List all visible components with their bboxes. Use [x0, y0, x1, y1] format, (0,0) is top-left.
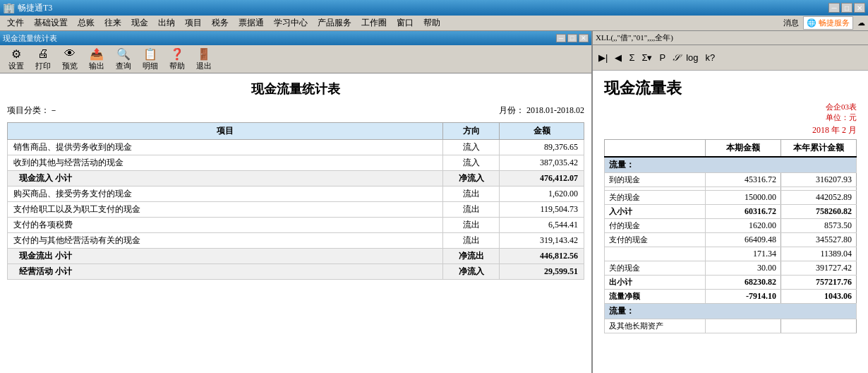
- rc-table-row: 流量：: [605, 304, 857, 319]
- inner-close[interactable]: ✕: [579, 34, 589, 42]
- query-icon: 🔍: [115, 47, 132, 61]
- menu-voucher[interactable]: 票据通: [234, 16, 268, 30]
- rc-row-ytd: 316207.93: [780, 173, 856, 187]
- rc-table-row: 关的现金15000.00442052.89: [605, 191, 857, 205]
- row-item: 现金流出 小计: [8, 249, 443, 264]
- rc-row-ytd: 11389.04: [780, 247, 856, 261]
- inner-maximize[interactable]: □: [567, 34, 577, 42]
- app-layout: 现金流量统计表 ─ □ ✕ ⚙ 设置 🖨 打印 👁 预览 📤: [0, 31, 868, 373]
- rc-table-row: 171.3411389.04: [605, 247, 857, 261]
- detail-label: 明细: [143, 61, 158, 71]
- online-status: 消息: [783, 18, 799, 28]
- rtool-kq[interactable]: k?: [703, 51, 718, 64]
- rc-table-row: 流量净额-7914.101043.06: [605, 290, 857, 304]
- row-amount: 89,376.65: [500, 140, 584, 155]
- rc-row-ytd: 757217.76: [780, 276, 856, 290]
- preview-label: 预览: [62, 61, 78, 71]
- row-dir: 流出: [443, 218, 500, 233]
- menu-window[interactable]: 窗口: [392, 16, 418, 30]
- table-row: 现金流出 小计净流出446,812.56: [8, 249, 584, 264]
- rtool-back[interactable]: ◀: [612, 51, 625, 64]
- service-link[interactable]: 🌐 畅捷服务: [803, 16, 853, 30]
- toolbar-query[interactable]: 🔍 查询: [113, 47, 134, 71]
- menu-help[interactable]: 帮助: [419, 16, 445, 30]
- rtool-log[interactable]: log: [683, 51, 701, 64]
- menu-tax[interactable]: 税务: [207, 16, 233, 30]
- rc-row-ytd: 442052.89: [780, 191, 856, 205]
- table-row: 支付的与其他经营活动有关的现金流出319,143.42: [8, 233, 584, 249]
- toolbar-detail[interactable]: 📋 明细: [140, 47, 161, 71]
- app-icon: 🏢: [3, 2, 15, 14]
- toolbar-preview[interactable]: 👁 预览: [59, 47, 80, 71]
- row-dir: 流入: [443, 140, 500, 155]
- col-amount: 金额: [500, 123, 584, 140]
- inner-window-title: 现金流量统计表: [3, 33, 57, 44]
- rtool-p[interactable]: P: [656, 51, 668, 64]
- rtool-play[interactable]: ▶|: [596, 51, 610, 64]
- rc-table-row: 支付的现金66409.48345527.80: [605, 233, 857, 247]
- table-row: 支付给职工以及为职工支付的现金流出119,504.73: [8, 202, 584, 218]
- rc-row-current: 66409.48: [705, 233, 780, 247]
- menu-learning[interactable]: 学习中心: [270, 16, 312, 30]
- rtool-s[interactable]: 𝒮: [670, 51, 682, 65]
- rc-row-ytd: [780, 319, 856, 333]
- menu-settings[interactable]: 基础设置: [30, 16, 72, 30]
- rc-section-label: 流量：: [605, 157, 857, 173]
- table-row: 支付的各项税费流出6,544.41: [8, 218, 584, 233]
- rc-row-label: 关的现金: [605, 191, 706, 205]
- rc-col-ytd: 本年累计金额: [780, 140, 856, 158]
- maximize-button[interactable]: □: [841, 3, 852, 13]
- rc-row-current: 30.00: [705, 261, 780, 276]
- rc-row-label: 出小计: [605, 276, 706, 290]
- toolbar-exit[interactable]: 🚪 退出: [193, 47, 215, 71]
- rc-row-current: 1620.00: [705, 219, 780, 233]
- right-report-content: 现金流量表 会企03表 单位：元 2018 年 2 月 本期金额 本年累计金额: [593, 71, 868, 373]
- period-label: 月份： 2018.01-2018.02: [499, 105, 584, 117]
- toolbar-export[interactable]: 📤 输出: [86, 47, 107, 71]
- row-item: 经营活动 小计: [8, 264, 443, 280]
- menu-project[interactable]: 项目: [181, 16, 206, 30]
- row-dir: 净流出: [443, 249, 500, 264]
- right-toolbar: ▶| ◀ Σ Σ▾ P 𝒮 log k?: [593, 45, 868, 71]
- close-button[interactable]: ✕: [854, 3, 865, 13]
- report-content: 现金流量统计表 项目分类：－ 月份： 2018.01-2018.02 项目 方向…: [0, 73, 591, 373]
- quick-toolbar: ⚙ 设置 🖨 打印 👁 预览 📤 输出 🔍 查询 📋 明细: [0, 45, 591, 73]
- inner-minimize[interactable]: ─: [556, 34, 566, 42]
- menu-file[interactable]: 文件: [3, 16, 28, 30]
- rc-row-label: 流量净额: [605, 290, 706, 304]
- toolbar-setup[interactable]: ⚙ 设置: [6, 47, 27, 71]
- exit-icon: 🚪: [195, 47, 212, 61]
- row-amount: 6,544.41: [500, 218, 584, 233]
- rc-row-ytd: 345527.80: [780, 233, 856, 247]
- toolbar-print[interactable]: 🖨 打印: [32, 47, 54, 71]
- menu-bar: 文件 基础设置 总账 往来 现金 出纳 项目 税务 票据通 学习中心 产品服务 …: [0, 16, 868, 31]
- rc-row-current: 60316.72: [705, 205, 780, 219]
- minimize-button[interactable]: ─: [828, 3, 840, 13]
- project-label: 项目分类：－: [7, 105, 58, 117]
- rc-row-current: -7914.10: [705, 290, 780, 304]
- toolbar-help[interactable]: ❓ 帮助: [167, 47, 188, 71]
- menu-workgroup[interactable]: 工作圈: [357, 16, 391, 30]
- menu-ledger[interactable]: 总账: [73, 16, 99, 30]
- menu-products[interactable]: 产品服务: [313, 16, 356, 30]
- table-row: 销售商品、提供劳务收到的现金流入89,376.65: [8, 140, 584, 155]
- rtool-sum[interactable]: Σ: [626, 51, 637, 64]
- row-dir: 净流入: [443, 264, 500, 280]
- row-item: 销售商品、提供劳务收到的现金: [8, 140, 443, 155]
- title-bar-controls: ─ □ ✕: [828, 3, 865, 13]
- rtool-sumdown[interactable]: Σ▾: [639, 51, 655, 64]
- org-label: 会企03表: [826, 102, 857, 112]
- table-row: 经营活动 小计净流入29,599.51: [8, 264, 584, 280]
- formula-text: XLL(,,"借","01",,,,全年): [596, 32, 673, 43]
- menu-cashier[interactable]: 出纳: [154, 16, 179, 30]
- menu-cash[interactable]: 现金: [127, 16, 152, 30]
- title-bar: 🏢 畅捷通T3 ─ □ ✕: [0, 0, 868, 16]
- inner-window-controls: ─ □ ✕: [556, 34, 589, 42]
- detail-icon: 📋: [142, 47, 159, 61]
- menu-transactions[interactable]: 往来: [100, 16, 126, 30]
- col-dir: 方向: [443, 123, 500, 140]
- row-dir: 流出: [443, 202, 500, 218]
- rc-table-row: 及其他长期资产: [605, 319, 857, 333]
- rc-row-label: 及其他长期资产: [605, 319, 706, 333]
- rc-row-label: 到的现金: [605, 173, 706, 187]
